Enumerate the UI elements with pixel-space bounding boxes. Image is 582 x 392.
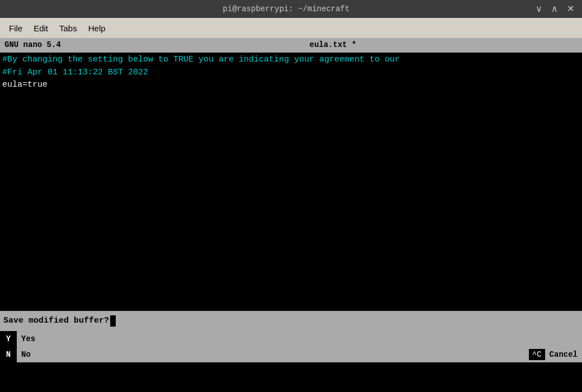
maximize-button[interactable]: ∧ bbox=[549, 3, 560, 15]
bottom-prompt-area: Save modified buffer? Y Yes N No ^C Canc… bbox=[0, 311, 582, 362]
menu-bar: File Edit Tabs Help bbox=[0, 18, 582, 38]
cancel-label: Cancel bbox=[545, 350, 582, 359]
close-button[interactable]: ✕ bbox=[565, 3, 576, 15]
nano-status-row: GNU nano 5.4 eula.txt * bbox=[0, 38, 582, 53]
title-bar: pi@raspberrypi: ~/minecraft ∨ ∧ ✕ bbox=[0, 0, 582, 18]
yes-label: Yes bbox=[17, 334, 582, 343]
options-bar: Y Yes N No ^C Cancel bbox=[0, 331, 582, 362]
editor-body: GNU nano 5.4 eula.txt * #By changing the… bbox=[0, 38, 582, 392]
editor-content[interactable]: #By changing the setting below to TRUE y… bbox=[0, 53, 582, 93]
yes-key: Y bbox=[0, 331, 17, 347]
menu-help[interactable]: Help bbox=[84, 21, 110, 35]
menu-tabs[interactable]: Tabs bbox=[55, 21, 82, 35]
no-label: No bbox=[17, 350, 462, 359]
nano-version: GNU nano 5.4 bbox=[0, 38, 84, 53]
no-key: N bbox=[0, 347, 17, 362]
cancel-key: ^C bbox=[529, 349, 545, 360]
menu-edit[interactable]: Edit bbox=[29, 21, 53, 35]
no-option-row[interactable]: N No ^C Cancel bbox=[0, 347, 582, 362]
editor-line-1: #By changing the setting below to TRUE y… bbox=[2, 54, 580, 67]
editor-empty-space bbox=[0, 93, 582, 311]
window-title: pi@raspberrypi: ~/minecraft bbox=[39, 4, 533, 13]
nano-filename: eula.txt * bbox=[84, 38, 582, 53]
terminal-window: pi@raspberrypi: ~/minecraft ∨ ∧ ✕ File E… bbox=[0, 0, 582, 392]
yes-option-row[interactable]: Y Yes bbox=[0, 331, 582, 347]
save-prompt-bar: Save modified buffer? bbox=[0, 311, 582, 331]
save-prompt-text: Save modified buffer? bbox=[3, 316, 109, 325]
menu-file[interactable]: File bbox=[4, 21, 27, 35]
save-prompt-cursor bbox=[110, 315, 116, 327]
editor-line-3: eula=true bbox=[2, 79, 580, 92]
minimize-button[interactable]: ∨ bbox=[533, 3, 545, 15]
editor-line-2: #Fri Apr 01 11:13:22 BST 2022 bbox=[2, 67, 580, 79]
title-bar-controls: ∨ ∧ ✕ bbox=[533, 3, 576, 15]
